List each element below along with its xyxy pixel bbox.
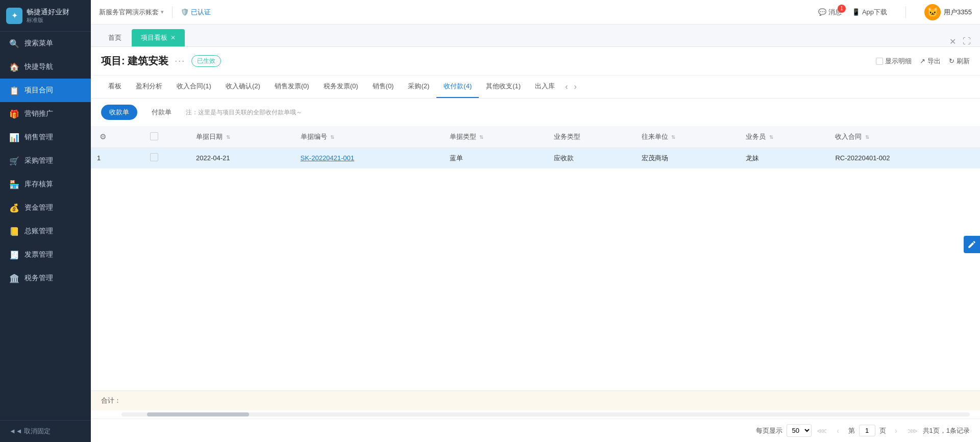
right-float-button[interactable] xyxy=(964,236,980,253)
row-checkbox[interactable] xyxy=(150,153,158,161)
select-all-checkbox[interactable] xyxy=(150,132,158,140)
window-close-button[interactable]: ✕ xyxy=(947,36,958,46)
sort-icon-income-contract: ⇅ xyxy=(865,134,869,140)
contract-icon: 📋 xyxy=(9,85,19,95)
col-type[interactable]: 单据类型 ⇅ xyxy=(444,126,548,148)
project-status-badge: 已生效 xyxy=(191,55,221,67)
sort-icon-salesperson: ⇅ xyxy=(769,134,773,140)
subnav: 看板 盈利分析 收入合同(1) 收入确认(2) 销售发票(0) 税务发票(0) … xyxy=(91,76,980,99)
account-selector[interactable]: 新服务官网演示账套 ▾ xyxy=(99,8,164,17)
subnav-item-other-expense[interactable]: 其他收支(1) xyxy=(479,76,528,98)
sidebar-item-invoice[interactable]: 🧾 发票管理 xyxy=(0,243,91,266)
scrollbar-thumb[interactable] xyxy=(147,412,249,416)
messages-button[interactable]: 💬 消息 1 xyxy=(818,8,842,17)
col-income-contract[interactable]: 收入合同 ⇅ xyxy=(829,126,980,148)
refresh-button[interactable]: ↻ 刷新 xyxy=(949,57,970,66)
edit-icon xyxy=(967,240,976,249)
page-prev-button[interactable]: ‹ xyxy=(832,425,844,437)
topbar: 新服务官网演示账套 ▾ 🛡️ 已认证 💬 消息 1 📱 App下载 🐱 用户33… xyxy=(91,0,980,24)
filter-payment-button[interactable]: 付款单 xyxy=(143,105,180,120)
subnav-next-arrow[interactable]: › xyxy=(571,76,579,97)
col-settings[interactable]: ⚙ xyxy=(91,126,144,148)
logo-text: 畅捷通好业财 标准版 xyxy=(27,7,69,24)
project-more-button[interactable]: ··· xyxy=(175,56,185,66)
per-page-select[interactable]: 50 xyxy=(787,424,812,437)
sidebar-item-inventory[interactable]: 🏪 库存核算 xyxy=(0,173,91,196)
search-icon: 🔍 xyxy=(9,38,19,48)
sidebar-nav: 🔍 搜索菜单 🏠 快捷导航 📋 项目合同 🎁 营销推广 📊 销售管理 🛒 采购管… xyxy=(0,32,91,420)
filter-receipt-button[interactable]: 收款单 xyxy=(101,105,137,120)
page-first-button[interactable]: ⋘ xyxy=(816,425,828,437)
page-number-input[interactable] xyxy=(859,425,875,436)
receipt-number-link[interactable]: SK-20220421-001 xyxy=(301,154,355,162)
project-title: 项目: 建筑安装 xyxy=(101,54,168,68)
table-header: ⚙ 单据日期 ⇅ 单据编号 ⇅ xyxy=(91,126,980,148)
sidebar-item-ledger[interactable]: 📒 总账管理 xyxy=(0,219,91,243)
project-actions: 显示明细 ↗ 导出 ↻ 刷新 xyxy=(876,57,970,66)
sidebar-item-marketing[interactable]: 🎁 营销推广 xyxy=(0,102,91,126)
col-date[interactable]: 单据日期 ⇅ xyxy=(190,126,294,148)
cell-seq: 1 xyxy=(91,148,144,168)
user-menu[interactable]: 🐱 用户3355 xyxy=(924,4,972,20)
sidebar-item-tax[interactable]: 🏛️ 税务管理 xyxy=(0,266,91,290)
chat-icon: 💬 xyxy=(818,8,826,16)
subnav-item-purchase[interactable]: 采购(2) xyxy=(401,76,436,98)
inventory-icon: 🏪 xyxy=(9,179,19,189)
subnav-item-inout[interactable]: 出入库 xyxy=(528,76,562,98)
purchase-icon: 🛒 xyxy=(9,156,19,166)
finance-icon: 💰 xyxy=(9,203,19,213)
sort-icon-partner: ⇅ xyxy=(671,134,675,140)
cell-number[interactable]: SK-20220421-001 xyxy=(295,148,444,168)
sidebar-item-purchase[interactable]: 🛒 采购管理 xyxy=(0,149,91,173)
home-icon: 🏠 xyxy=(9,62,19,72)
subnav-item-sales[interactable]: 销售(0) xyxy=(365,76,401,98)
show-detail-action[interactable]: 显示明细 xyxy=(876,57,912,66)
subnav-item-income-confirm[interactable]: 收入确认(2) xyxy=(218,76,267,98)
subnav-item-sales-invoice[interactable]: 销售发票(0) xyxy=(267,76,316,98)
window-maximize-button[interactable]: ⛶ xyxy=(962,36,972,46)
scrollbar-track[interactable] xyxy=(121,412,970,416)
sidebar-item-sales[interactable]: 📊 销售管理 xyxy=(0,126,91,149)
sidebar-logo: ✦ 畅捷通好业财 标准版 xyxy=(0,0,91,32)
invoice-icon: 🧾 xyxy=(9,250,19,260)
table-row: 1 2022-04-21 SK-20220421-001 蓝单 应收款 宏茂商场… xyxy=(91,148,980,168)
filterbar: 收款单 付款单 注：这里是与项目关联的全部收付款单哦～ xyxy=(91,99,980,126)
tab-home[interactable]: 首页 xyxy=(99,29,131,46)
subnav-item-kanban[interactable]: 看板 xyxy=(101,76,129,98)
main-area: 新服务官网演示账套 ▾ 🛡️ 已认证 💬 消息 1 📱 App下载 🐱 用户33… xyxy=(91,0,980,442)
col-partner[interactable]: 往来单位 ⇅ xyxy=(635,126,740,148)
sidebar-item-contract[interactable]: 📋 项目合同 xyxy=(0,79,91,102)
subnav-prev-arrow[interactable]: ‹ xyxy=(562,76,571,97)
horizontal-scrollbar[interactable] xyxy=(91,410,980,419)
filter-note: 注：这里是与项目关联的全部收付款单哦～ xyxy=(186,108,302,117)
sidebar-item-quicknav[interactable]: 🏠 快捷导航 xyxy=(0,55,91,79)
tax-icon: 🏛️ xyxy=(9,273,19,283)
export-button[interactable]: ↗ 导出 xyxy=(920,57,941,66)
page-next-button[interactable]: › xyxy=(890,425,902,437)
sales-icon: 📊 xyxy=(9,132,19,142)
col-number[interactable]: 单据编号 ⇅ xyxy=(295,126,444,148)
sidebar-item-search[interactable]: 🔍 搜索菜单 xyxy=(0,32,91,55)
page-last-button[interactable]: ⋙ xyxy=(906,425,919,437)
sidebar: ✦ 畅捷通好业财 标准版 🔍 搜索菜单 🏠 快捷导航 📋 项目合同 🎁 营销推广… xyxy=(0,0,91,442)
logo-icon: ✦ xyxy=(6,8,22,24)
col-salesperson[interactable]: 业务员 ⇅ xyxy=(740,126,829,148)
account-dropdown-arrow: ▾ xyxy=(161,9,164,15)
sort-icon-type: ⇅ xyxy=(479,134,483,140)
settings-icon[interactable]: ⚙ xyxy=(97,131,108,142)
cell-income-contract: RC-20220401-002 xyxy=(829,148,980,168)
app-download-button[interactable]: 📱 App下载 xyxy=(852,8,887,17)
subnav-item-receipt[interactable]: 收付款(4) xyxy=(436,76,479,98)
tab-kanban[interactable]: 项目看板 ✕ xyxy=(132,29,185,46)
tab-close-icon[interactable]: ✕ xyxy=(170,34,176,41)
subnav-item-profit[interactable]: 盈利分析 xyxy=(129,76,169,98)
subnav-item-tax-invoice[interactable]: 税务发票(0) xyxy=(316,76,365,98)
subnav-item-income-contract[interactable]: 收入合同(1) xyxy=(169,76,218,98)
export-icon: ↗ xyxy=(920,57,925,65)
sidebar-item-finance[interactable]: 💰 资金管理 xyxy=(0,196,91,219)
show-detail-checkbox[interactable] xyxy=(876,58,883,65)
certified-badge: 🛡️ 已认证 xyxy=(181,8,211,17)
sidebar-unpin-button[interactable]: ◄◄ 取消固定 xyxy=(0,420,91,442)
ledger-icon: 📒 xyxy=(9,226,19,236)
sort-icon-number: ⇅ xyxy=(330,134,334,140)
